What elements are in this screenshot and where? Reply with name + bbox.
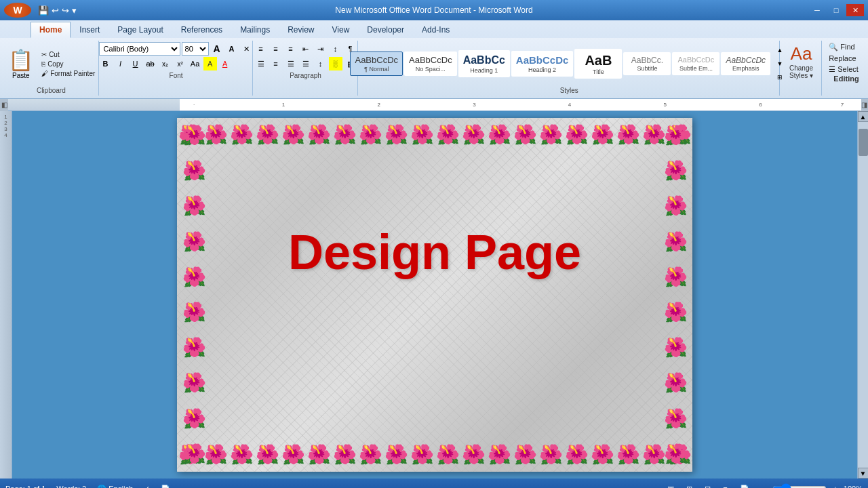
vertical-scrollbar[interactable]: ▲ ▼ xyxy=(857,111,868,479)
change-styles-label: ChangeStyles ▾ xyxy=(789,64,813,79)
style-normal-tag: ¶ Normal xyxy=(364,66,389,73)
document-page[interactable]: 🌺 🌺 🌺 🌺 🌺 🌺 🌺 🌺 🌺 🌺 🌺 🌺 🌺 🌺 🌺 🌺 🌺 🌺 🌺 xyxy=(177,118,692,472)
font-content: Calibri (Body) 80 A A ✕ B I U ab x₂ x² xyxy=(99,42,254,70)
change-styles-icon: Aa xyxy=(791,43,812,64)
ribbon-content: 📋 Paste ✂ Cut ⎘ Copy 🖌 Format Painter Cl… xyxy=(0,38,868,98)
tab-home[interactable]: Home xyxy=(31,22,71,38)
cut-button[interactable]: ✂ Cut xyxy=(39,50,98,59)
top-border: 🌺 🌺 🌺 🌺 🌺 🌺 🌺 🌺 🌺 🌺 🌺 🌺 🌺 🌺 🌺 🌺 🌺 🌺 🌺 xyxy=(177,118,692,152)
align-center-button[interactable]: ≡ xyxy=(269,57,283,70)
ruler-mark-5: 4 xyxy=(568,102,571,108)
ruler-mark-4: 3 xyxy=(473,102,475,108)
justify-button[interactable]: ☰ xyxy=(299,57,313,70)
flower-bot-10: 🌺 xyxy=(410,445,434,464)
font-name-select[interactable]: Calibri (Body) xyxy=(99,42,180,56)
font-color-button[interactable]: A xyxy=(218,57,232,70)
bold-button[interactable]: B xyxy=(99,57,113,70)
ruler-mark-7: 6 xyxy=(759,102,762,108)
font-row2: B I U ab x₂ x² Aa A A xyxy=(99,57,254,70)
style-nospacing[interactable]: AaBbCcDc No Spaci... xyxy=(404,52,457,76)
tab-insert[interactable]: Insert xyxy=(71,22,108,38)
title-bar-left: W 💾 ↩ ↪ ▾ xyxy=(4,3,77,18)
replace-button[interactable]: Replace xyxy=(826,54,861,63)
flower-top-4: 🌺 xyxy=(256,125,279,144)
minimize-button[interactable]: ─ xyxy=(808,4,826,16)
italic-button[interactable]: I xyxy=(114,57,127,70)
scroll-track[interactable] xyxy=(858,122,868,468)
multilevel-button[interactable]: ≡ xyxy=(284,42,298,56)
view-web-layout[interactable]: ⊡ xyxy=(701,483,714,489)
style-subtleemph[interactable]: AaBbCcDc Subtle Em... xyxy=(672,52,719,75)
tab-mailings[interactable]: Mailings xyxy=(231,22,279,38)
highlight-button[interactable]: A xyxy=(203,57,217,70)
select-button[interactable]: ☰ Select xyxy=(826,64,861,75)
superscript-button[interactable]: x² xyxy=(174,57,187,70)
close-button[interactable]: ✕ xyxy=(846,4,864,16)
font-group: Calibri (Body) 80 A A ✕ B I U ab x₂ x² xyxy=(100,41,253,96)
line-spacing-button[interactable]: ↕ xyxy=(314,57,328,70)
flower-bot-18: 🌺 xyxy=(616,445,640,464)
tab-developer[interactable]: Developer xyxy=(358,22,413,38)
style-heading1[interactable]: AaBbCc Heading 1 xyxy=(458,50,510,77)
indent-decrease-button[interactable]: ⇤ xyxy=(299,42,313,56)
flower-top-15: 🌺 xyxy=(539,125,563,144)
flower-right-6: 🌺 xyxy=(664,303,688,322)
clear-format-button[interactable]: ✕ xyxy=(240,42,254,56)
find-button[interactable]: 🔍 Find xyxy=(826,42,861,52)
style-heading2[interactable]: AaBbCcDc Heading 2 xyxy=(511,51,574,77)
flower-top-10: 🌺 xyxy=(410,125,434,144)
tab-review[interactable]: Review xyxy=(279,22,323,38)
numbering-button[interactable]: ≡ xyxy=(269,42,283,56)
document-area[interactable]: 🌺 🌺 🌺 🌺 🌺 🌺 🌺 🌺 🌺 🌺 🌺 🌺 🌺 🌺 🌺 🌺 🌺 🌺 🌺 xyxy=(12,111,857,479)
format-painter-button[interactable]: 🖌 Format Painter xyxy=(39,69,98,78)
scroll-thumb[interactable] xyxy=(859,129,868,156)
style-subtitle[interactable]: AaBbCc. Subtitle xyxy=(623,52,671,75)
underline-button[interactable]: U xyxy=(129,57,142,70)
font-grow-button[interactable]: A xyxy=(210,42,224,56)
redo-button[interactable]: ↪ xyxy=(62,5,69,16)
zoom-slider[interactable] xyxy=(772,483,827,488)
zoom-in-button[interactable]: + xyxy=(829,483,840,488)
save-button[interactable]: 💾 xyxy=(38,5,49,16)
style-title[interactable]: AaB Title xyxy=(574,49,622,79)
bullets-button[interactable]: ≡ xyxy=(254,42,268,56)
tab-pagelayout[interactable]: Page Layout xyxy=(108,22,172,38)
flower-top-18: 🌺 xyxy=(616,125,640,144)
shading-button[interactable]: ░ xyxy=(329,57,342,70)
tab-addins[interactable]: Add-Ins xyxy=(413,22,458,38)
scroll-up-button[interactable]: ▲ xyxy=(858,111,869,122)
change-case-button[interactable]: Aa xyxy=(189,57,202,70)
paste-button[interactable]: 📋 Paste xyxy=(4,47,37,81)
tab-view[interactable]: View xyxy=(323,22,359,38)
subscript-button[interactable]: x₂ xyxy=(159,57,172,70)
quick-access-dropdown[interactable]: ▾ xyxy=(72,5,77,16)
indent-increase-button[interactable]: ⇥ xyxy=(314,42,328,56)
view-print-layout[interactable]: ▣ xyxy=(664,483,677,489)
clipboard-small-buttons: ✂ Cut ⎘ Copy 🖌 Format Painter xyxy=(39,50,98,78)
undo-button[interactable]: ↩ xyxy=(52,5,59,16)
office-button[interactable]: W xyxy=(4,3,31,18)
maximize-button[interactable]: □ xyxy=(827,4,845,16)
flower-bot-15: 🌺 xyxy=(539,445,563,464)
tab-references[interactable]: References xyxy=(172,22,231,38)
font-size-select[interactable]: 80 xyxy=(182,42,209,56)
view-draft[interactable]: 📄 xyxy=(736,483,753,489)
design-page-text[interactable]: Design Page xyxy=(177,224,692,280)
view-full-screen[interactable]: ⊞ xyxy=(683,483,696,489)
style-normal[interactable]: AaBbCcDc ¶ Normal xyxy=(350,52,403,76)
style-emphasis[interactable]: AaBbCcDc Emphasis xyxy=(721,52,770,75)
zoom-level: 100% xyxy=(844,485,863,488)
strikethrough-button[interactable]: ab xyxy=(144,57,157,70)
zoom-out-button[interactable]: ─ xyxy=(758,483,770,488)
styles-gallery: AaBbCcDc ¶ Normal AaBbCcDc No Spaci... A… xyxy=(350,42,788,85)
sort-button[interactable]: ↕ xyxy=(329,42,342,56)
view-outline[interactable]: ≡ xyxy=(719,483,730,488)
scroll-down-button[interactable]: ▼ xyxy=(858,468,869,479)
align-right-button[interactable]: ☰ xyxy=(284,57,298,70)
font-shrink-button[interactable]: A xyxy=(225,42,239,56)
align-left-button[interactable]: ☰ xyxy=(254,57,268,70)
vr-4: 4 xyxy=(4,132,7,138)
change-styles-button[interactable]: Aa ChangeStyles ▾ xyxy=(787,42,816,81)
clipboard-content: 📋 Paste ✂ Cut ⎘ Copy 🖌 Format Painter xyxy=(4,42,98,85)
copy-button[interactable]: ⎘ Copy xyxy=(39,60,98,68)
